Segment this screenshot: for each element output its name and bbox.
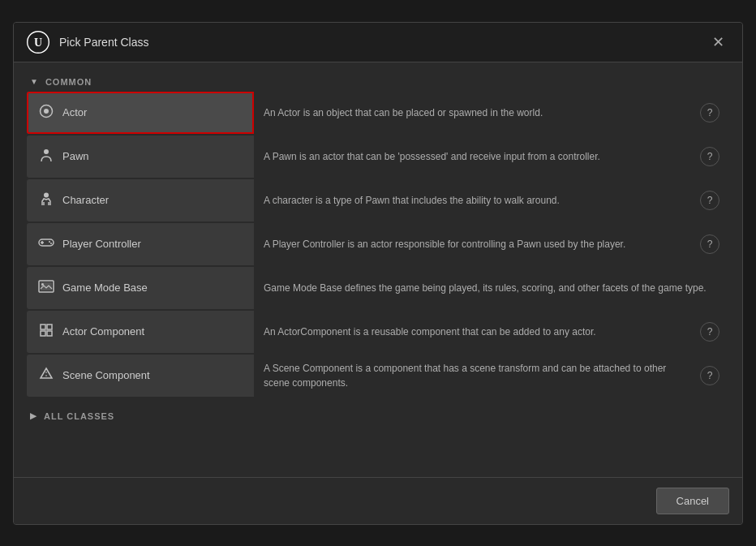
scene-component-button[interactable]: Scene Component [27,355,254,397]
actor-component-row: Actor Component An ActorComponent is a r… [27,311,729,353]
character-button[interactable]: Character [27,179,254,221]
scene-component-description: A Scene Component is a component that ha… [264,361,694,390]
pick-parent-class-dialog: U Pick Parent Class ✕ ▼ COMMON [13,22,743,525]
class-list: Actor An Actor is an object that can be … [27,92,729,397]
game-mode-base-icon [38,280,54,296]
all-classes-section-label: ALL CLASSES [44,411,114,421]
svg-rect-17 [41,325,45,329]
ue-logo-icon: U [27,31,49,54]
svg-point-5 [44,192,49,197]
player-controller-desc-area: A Player Controller is an actor responsi… [254,228,729,260]
character-label: Character [62,194,109,206]
cancel-button[interactable]: Cancel [656,488,729,514]
actor-desc-area: An Actor is an object that can be placed… [254,97,729,129]
svg-rect-20 [47,331,52,336]
pawn-label: Pawn [62,150,89,162]
svg-point-13 [50,243,52,244]
actor-component-help-button[interactable]: ? [700,322,719,342]
svg-point-4 [44,149,49,154]
scene-component-label: Scene Component [62,369,150,381]
actor-component-desc-area: An ActorComponent is a reusable componen… [254,316,729,348]
player-controller-help-button[interactable]: ? [700,234,719,254]
common-arrow-icon: ▼ [30,77,39,86]
title-bar: U Pick Parent Class ✕ [14,23,742,62]
pawn-help-button[interactable]: ? [700,147,719,166]
game-mode-base-row: Game Mode Base Game Mode Base defines th… [27,267,729,309]
character-help-button[interactable]: ? [700,191,719,210]
svg-rect-19 [41,331,45,336]
common-section-label: COMMON [45,77,92,87]
character-description: A character is a type of Pawn that inclu… [264,193,694,208]
svg-point-12 [49,241,50,243]
character-desc-area: A character is a type of Pawn that inclu… [254,184,729,217]
pawn-description: A Pawn is an actor that can be 'possesse… [264,149,694,164]
player-controller-button[interactable]: Player Controller [27,223,254,265]
actor-help-button[interactable]: ? [700,103,719,123]
pawn-desc-area: A Pawn is an actor that can be 'possesse… [254,140,729,173]
scene-component-row: Scene Component A Scene Component is a c… [27,355,729,397]
actor-component-button[interactable]: Actor Component [27,311,254,353]
close-button[interactable]: ✕ [707,33,729,51]
svg-text:U: U [34,36,42,48]
actor-row: Actor An Actor is an object that can be … [27,92,729,134]
common-section-header[interactable]: ▼ COMMON [27,72,729,92]
svg-rect-18 [47,325,52,329]
game-mode-base-desc-area: Game Mode Base defines the game being pl… [254,274,729,302]
all-classes-section-header[interactable]: ▶ ALL CLASSES [27,403,729,429]
player-controller-icon [38,237,54,252]
scene-component-desc-area: A Scene Component is a component that ha… [254,355,729,397]
player-controller-label: Player Controller [62,238,141,250]
all-classes-arrow-icon: ▶ [30,411,37,420]
actor-description: An Actor is an object that can be placed… [264,105,694,120]
game-mode-base-button[interactable]: Game Mode Base [27,267,254,309]
scene-component-icon [38,367,54,385]
actor-component-icon [38,323,54,341]
actor-button[interactable]: Actor [27,92,254,134]
actor-component-description: An ActorComponent is a reusable componen… [264,325,694,339]
actor-component-label: Actor Component [62,325,144,337]
player-controller-row: Player Controller A Player Controller is… [27,223,729,265]
scene-component-help-button[interactable]: ? [700,366,719,385]
svg-point-16 [41,283,44,286]
dialog-footer: Cancel [14,477,742,524]
pawn-button[interactable]: Pawn [27,135,254,178]
game-mode-base-description: Game Mode Base defines the game being pl… [264,281,719,295]
content-area: ▼ COMMON Actor An Actor is an object t [14,62,742,477]
actor-icon [38,104,54,122]
title-bar-left: U Pick Parent Class [27,31,148,54]
actor-label: Actor [62,106,87,118]
pawn-icon [38,148,54,166]
dialog-title: Pick Parent Class [59,36,148,49]
character-row: Character A character is a type of Pawn … [27,179,729,221]
pawn-row: Pawn A Pawn is an actor that can be 'pos… [27,135,729,178]
player-controller-description: A Player Controller is an actor responsi… [264,237,694,252]
game-mode-base-label: Game Mode Base [62,282,148,294]
svg-point-3 [44,109,49,114]
character-icon [38,191,54,209]
